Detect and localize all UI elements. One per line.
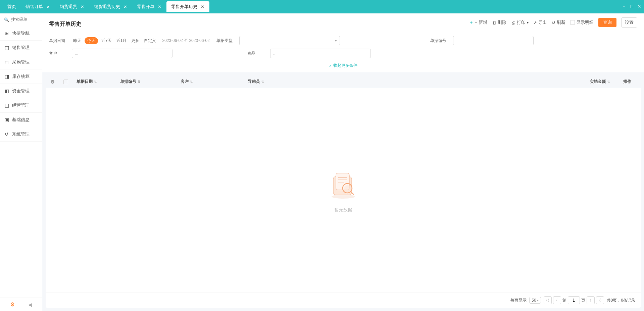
sidebar-item-finance[interactable]: ◧ 资金管理: [0, 84, 42, 98]
page-prev-btn[interactable]: ⟨: [553, 296, 561, 304]
tab-sales-return-history[interactable]: 销货退货历史 ✕: [89, 1, 132, 12]
sidebar: 🔍 搜索采单 ⊞ 快捷导航 ◫ 销售管理 ◻ 采购管理 ◨ 库存核算 ◧ 资金管…: [0, 13, 42, 311]
date-btn-7days[interactable]: 近7天: [100, 37, 113, 44]
num-filter-input[interactable]: [453, 36, 534, 45]
th-amount-label: 实销金额: [590, 79, 606, 85]
sidebar-item-inventory[interactable]: ◨ 库存核算: [0, 69, 42, 84]
add-button[interactable]: ＋ + 新增: [469, 19, 487, 25]
customer-filter-label: 客户: [49, 51, 69, 56]
th-checkbox-all[interactable]: [59, 76, 72, 88]
tab-retail-open-history[interactable]: 零售开单历史 ✕: [166, 1, 209, 12]
goods-filter-select[interactable]: ...: [270, 49, 371, 58]
page-first-btn[interactable]: ⟨⟨: [544, 296, 552, 304]
column-settings-icon[interactable]: ⚙: [50, 79, 55, 85]
quick-nav-icon: ⊞: [4, 31, 9, 36]
sidebar-search-label: 搜索采单: [11, 17, 27, 22]
export-button[interactable]: ↗ 导出: [533, 19, 547, 25]
th-date-label: 单据日期: [77, 79, 93, 85]
collapse-icon: ∧: [329, 63, 332, 68]
display-detail-toggle[interactable]: 显示明细: [570, 19, 594, 25]
page-next-btn[interactable]: ⟩: [587, 296, 595, 304]
num-filter-group: 单据编号: [430, 36, 637, 45]
tab-sales-order[interactable]: 销售订单 ✕: [21, 1, 55, 12]
window-controls: － □ ✕: [622, 4, 641, 10]
tab-close-retail-open-history[interactable]: ✕: [200, 4, 205, 9]
tab-close-sales-return-history[interactable]: ✕: [123, 4, 128, 9]
type-filter-group: 单据类型 ▾: [216, 36, 424, 45]
date-filter-label: 单据日期: [49, 38, 69, 44]
basic-info-icon: ▣: [4, 117, 9, 122]
system-icon: ↺: [4, 132, 9, 137]
svg-point-8: [344, 185, 350, 191]
tab-close-sales-order[interactable]: ✕: [46, 4, 50, 9]
date-btn-more[interactable]: 更多: [130, 37, 141, 44]
collapse-more-conditions[interactable]: ∧ 收起更多条件: [49, 61, 637, 68]
date-btn-today[interactable]: 今天: [85, 37, 98, 44]
print-button[interactable]: 🖨 打印 ▾: [511, 19, 529, 25]
select-all-checkbox[interactable]: [63, 80, 68, 84]
type-filter-select[interactable]: ▾: [239, 36, 340, 45]
pagination: 每页显示 50 ▾ ⟨⟨ ⟨ 第 页 ⟩ ⟩⟩ 共0页，0条记录: [46, 293, 641, 308]
sidebar-item-basic-info[interactable]: ▣ 基础信息: [0, 113, 42, 127]
th-amount[interactable]: 实销金额 ⇅: [574, 75, 614, 88]
delete-icon: 🗑: [492, 20, 496, 25]
customer-placeholder: ...: [75, 51, 78, 56]
close-btn[interactable]: ✕: [637, 4, 641, 10]
empty-text: 暂无数据: [335, 207, 352, 213]
sidebar-bottom: ⚙ ◀: [0, 298, 42, 311]
num-filter-label: 单据编号: [430, 38, 450, 44]
refresh-button[interactable]: ↺ 刷新: [552, 19, 565, 25]
sidebar-search[interactable]: 🔍 搜索采单: [0, 13, 42, 26]
customer-filter-group: 客户 ...: [49, 49, 241, 58]
th-num[interactable]: 单据编号 ⇅: [116, 75, 177, 88]
page-number-input[interactable]: [568, 296, 580, 304]
checkbox-display-detail[interactable]: [570, 20, 575, 25]
search-icon: 🔍: [4, 17, 9, 22]
page-size-select[interactable]: 50 ▾: [529, 297, 541, 304]
page-last-btn[interactable]: ⟩⟩: [596, 296, 604, 304]
sidebar-item-sales-mgmt[interactable]: ◫ 销售管理: [0, 41, 42, 55]
tab-retail-open[interactable]: 零售开单 ✕: [132, 1, 166, 12]
date-btn-custom[interactable]: 自定义: [143, 37, 157, 44]
operations-icon: ◫: [4, 103, 9, 108]
sidebar-item-system[interactable]: ↺ 系统管理: [0, 127, 42, 142]
collapse-sidebar-btn[interactable]: ◀: [28, 302, 32, 307]
page-word-ye: 页: [581, 298, 585, 303]
th-settings[interactable]: ⚙: [46, 76, 59, 88]
sort-amount-icon: ⇅: [607, 80, 610, 84]
sales-mgmt-icon: ◫: [4, 45, 9, 50]
tab-close-retail-open[interactable]: ✕: [157, 4, 162, 9]
content-area: 零售开单历史 ＋ + 新增 🗑 删除 🖨 打印 ▾ ↗ 导出: [42, 13, 644, 311]
query-button[interactable]: 查询: [598, 18, 616, 27]
th-customer-label: 客户: [181, 79, 189, 85]
date-filter-group: 单据日期 昨天 今天 近7天 近1月 更多 自定义 2023-06-02 至 2…: [49, 37, 210, 44]
th-guide[interactable]: 导购员 ⇅: [244, 75, 284, 88]
sidebar-item-purchase-mgmt[interactable]: ◻ 采购管理: [0, 55, 42, 69]
tab-home[interactable]: 首页: [3, 4, 21, 10]
date-quick-btns: 昨天 今天 近7天 近1月 更多 自定义: [72, 37, 157, 44]
maximize-btn[interactable]: □: [631, 4, 633, 10]
th-date[interactable]: 单据日期 ⇅: [72, 75, 116, 88]
inventory-icon: ◨: [4, 74, 9, 79]
empty-state: 暂无数据: [46, 88, 641, 293]
sidebar-item-quick-nav[interactable]: ⊞ 快捷导航: [0, 26, 42, 41]
collapse-label: 收起更多条件: [333, 63, 357, 68]
sidebar-item-label-quick-nav: 快捷导航: [12, 30, 30, 36]
th-num-label: 单据编号: [120, 79, 136, 85]
customer-filter-select[interactable]: ...: [72, 49, 172, 58]
refresh-icon: ↺: [552, 20, 555, 25]
delete-button[interactable]: 🗑 删除: [492, 19, 506, 25]
date-btn-1month[interactable]: 近1月: [115, 37, 128, 44]
date-btn-yesterday[interactable]: 昨天: [72, 37, 83, 44]
sort-guide-icon: ⇅: [261, 80, 264, 84]
sidebar-item-operations[interactable]: ◫ 经营管理: [0, 98, 42, 113]
total-info: 共0页，0条记录: [607, 298, 635, 303]
minimize-btn[interactable]: －: [622, 4, 627, 10]
tab-close-sales-return[interactable]: ✕: [80, 4, 85, 9]
th-customer[interactable]: 客户 ⇅: [177, 75, 244, 88]
settings-bottom-icon[interactable]: ⚙: [10, 301, 15, 308]
main-layout: 🔍 搜索采单 ⊞ 快捷导航 ◫ 销售管理 ◻ 采购管理 ◨ 库存核算 ◧ 资金管…: [0, 13, 644, 311]
th-action: 操作: [614, 75, 641, 88]
tab-sales-return[interactable]: 销货退货 ✕: [55, 1, 89, 12]
settings-button[interactable]: 设置: [621, 17, 637, 28]
